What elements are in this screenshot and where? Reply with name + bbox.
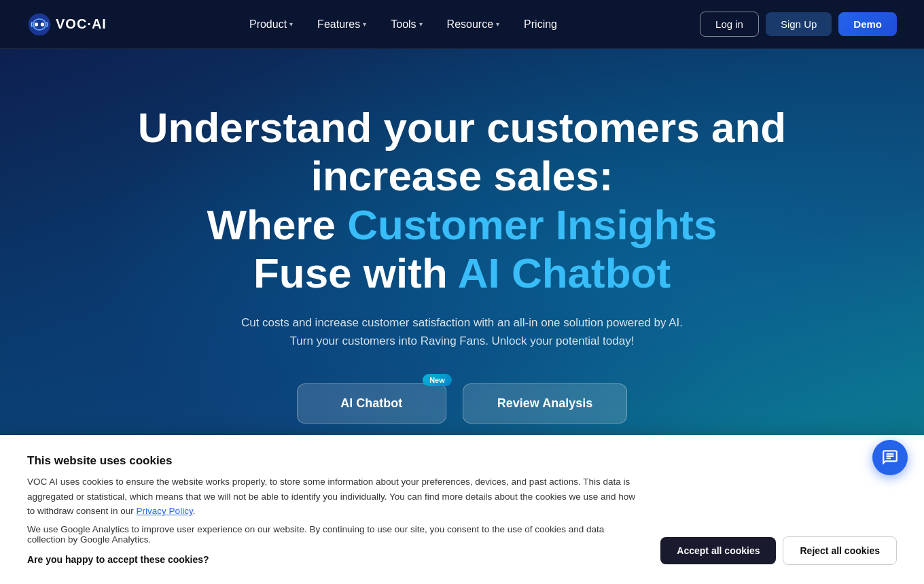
svg-point-2 [41,22,44,26]
demo-button[interactable]: Demo [838,12,897,36]
chevron-down-icon: ▾ [363,20,366,28]
logo-icon [27,12,52,37]
chatbot-button-wrapper: New AI Chatbot [297,383,446,424]
cookie-footer: This website uses cookies VOC AI uses co… [27,454,897,565]
hero-content: Understand your customers and increase s… [122,103,802,456]
hero-title: Understand your customers and increase s… [122,103,802,297]
hero-title-line3: Fuse with AI Chatbot [253,250,671,296]
cookie-actions: Accept all cookies Reject all cookies [660,536,897,565]
new-badge: New [423,374,452,386]
svg-point-1 [35,22,38,26]
chatbot-button[interactable]: AI Chatbot [297,383,446,424]
cookie-title: This website uses cookies [27,454,652,468]
chevron-down-icon: ▾ [289,20,293,28]
hero-title-line1: Understand your customers and increase s… [138,104,786,199]
nav-actions: Log in Sign Up Demo [700,12,897,37]
cookie-question: Are you happy to accept these cookies? [27,554,652,565]
cookie-text-area: This website uses cookies VOC AI uses co… [27,454,652,565]
chat-icon [881,449,899,466]
hero-title-line2: Where Customer Insights [207,201,717,248]
hero-buttons: New AI Chatbot Review Analysis [122,383,802,424]
signup-button[interactable]: Sign Up [766,12,832,36]
hero-highlight-insights: Customer Insights [347,201,717,248]
reject-cookies-button[interactable]: Reject all cookies [783,536,897,565]
chevron-down-icon: ▾ [496,20,499,28]
review-analysis-button[interactable]: Review Analysis [463,383,627,424]
nav-item-tools[interactable]: Tools ▾ [381,13,431,36]
navbar: VOC·AI Product ▾ Features ▾ Tools ▾ Reso… [0,0,924,49]
logo[interactable]: VOC·AI [27,12,107,37]
logo-text: VOC·AI [56,16,107,32]
nav-links: Product ▾ Features ▾ Tools ▾ Resource ▾ … [240,13,567,36]
cookie-body: VOC AI uses cookies to ensure the websit… [27,475,639,519]
cookie-analytics: We use Google Analytics to improve user … [27,524,639,545]
hero-highlight-chatbot: AI Chatbot [458,250,671,296]
nav-item-pricing[interactable]: Pricing [514,13,567,36]
chevron-down-icon: ▾ [419,20,423,28]
nav-item-product[interactable]: Product ▾ [240,13,302,36]
cookie-banner: This website uses cookies VOC AI uses co… [0,435,924,584]
chat-widget-button[interactable] [872,440,908,475]
privacy-policy-link[interactable]: Privacy Policy [137,506,193,516]
accept-cookies-button[interactable]: Accept all cookies [660,537,776,564]
hero-subtitle: Cut costs and increase customer satisfac… [122,313,802,350]
login-button[interactable]: Log in [700,12,759,37]
nav-item-features[interactable]: Features ▾ [308,13,376,36]
nav-item-resource[interactable]: Resource ▾ [438,13,509,36]
